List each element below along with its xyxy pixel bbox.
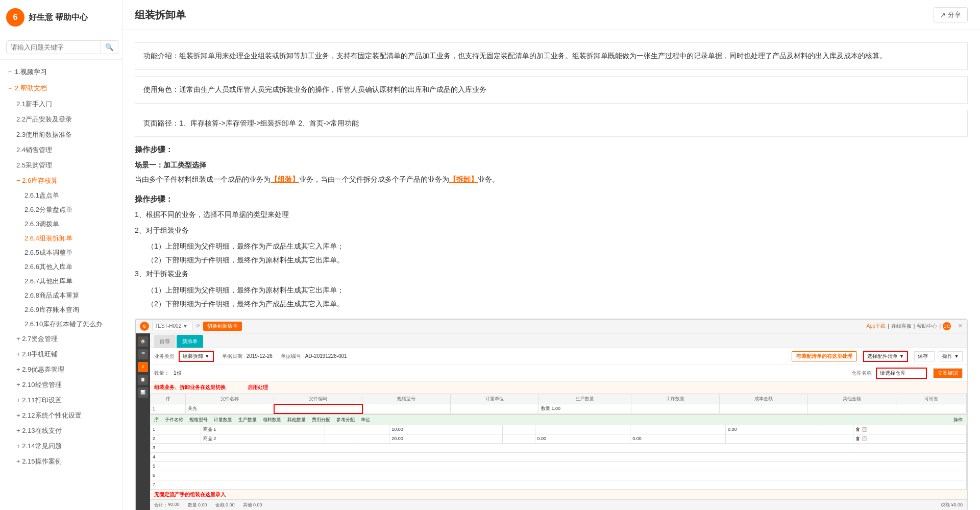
- sidebar-item-2-6[interactable]: − 2.6库存核算: [0, 173, 122, 188]
- online-service-link[interactable]: 在线客服: [891, 323, 912, 330]
- sidebar-icon-menu4[interactable]: 📊: [138, 387, 148, 398]
- sidebar-icon-menu2[interactable]: ≡: [138, 362, 148, 372]
- expand-icon: +: [8, 68, 12, 76]
- search-button[interactable]: 🔍: [101, 40, 118, 54]
- sidebar-item-docs[interactable]: − 2.帮助文档: [0, 80, 122, 96]
- sidebar-item-2-13[interactable]: + 2.13在线支付: [0, 423, 122, 439]
- has-bom-annotation: 有装配清单的在这里处理: [792, 351, 857, 361]
- step-3-1: （1）上部明细为父件明细，最终作为原材料生成其它出库单；: [135, 284, 968, 297]
- sub-table-row[interactable]: 7: [151, 480, 967, 489]
- warehouse-input[interactable]: 请选择仓库: [876, 368, 927, 379]
- zuhuang-link[interactable]: 【组装】: [271, 175, 299, 183]
- nav-list: + 1.视频学习 − 2.帮助文档 2.1新手入门 2.2产品安装及登录 2.3…: [0, 60, 122, 473]
- step-2: 2、对于组装业务: [135, 224, 968, 237]
- sub-table-row[interactable]: 1 商品 1 10.00 0.00: [151, 425, 967, 434]
- sidebar-item-2-6-10[interactable]: 2.6.10库存账本错了怎么办: [0, 317, 122, 331]
- bottom-total-label: 合计：: [154, 502, 168, 508]
- form-row: 业务类型 组装拆卸 ▼ 单据日期 2019-12-26 单据编号 AD-2019…: [150, 348, 967, 365]
- sidebar-item-2-2[interactable]: 2.2产品安装及登录: [0, 112, 122, 127]
- sidebar-icon-menu1[interactable]: ☰: [138, 349, 148, 359]
- col-parent-code: 父件编码: [274, 394, 362, 404]
- sidebar-item-2-6-1[interactable]: 2.6.1盘点单: [0, 188, 122, 203]
- count-value: 1份: [174, 370, 182, 377]
- sidebar-item-2-6-4[interactable]: 2.6.4组装拆卸单: [0, 231, 122, 246]
- tab-new[interactable]: 新添单: [177, 335, 203, 348]
- action-btn2[interactable]: 操作 ▼: [939, 351, 963, 361]
- billno-label: 单据编号: [281, 353, 301, 360]
- app-name: 好生意 帮助中心: [29, 12, 88, 23]
- step-2-2: （2）下部明细为子件明细，最终作为原材料生成其它出库单。: [135, 254, 968, 266]
- warehouse-label: 仓库名称: [851, 370, 872, 377]
- switch-annotation: 组装业务、拆卸业务在这里切换: [154, 384, 226, 390]
- sidebar-item-2-1[interactable]: 2.1新手入门: [0, 96, 122, 112]
- col-parent-name: 父件名称: [186, 394, 274, 404]
- intro-text: 功能介绍：组装拆卸单用来处理企业组装或拆卸等加工业务，支持有固定装配清单的产品加…: [143, 52, 887, 60]
- tab-zijian[interactable]: 自荐: [154, 335, 176, 348]
- sidebar-item-2-6-5[interactable]: 2.6.5成本调整单: [0, 246, 122, 260]
- date-label: 单据日期: [222, 353, 242, 360]
- sub-table-row[interactable]: 6: [151, 471, 967, 480]
- type-select[interactable]: 组装拆卸 ▼: [179, 351, 214, 362]
- help-center-link[interactable]: 帮助中心: [917, 323, 937, 330]
- step-2-1: （1）上部明细为父件明细，最终作为产成品生成其它入库单；: [135, 240, 968, 253]
- sidebar-item-2-14[interactable]: + 2.14常见问题: [0, 439, 122, 454]
- sub-table-row[interactable]: 3: [151, 443, 967, 452]
- close-icon[interactable]: ✕: [958, 323, 963, 329]
- sidebar-item-2-10[interactable]: + 2.10经营管理: [0, 377, 122, 393]
- step-3-2: （2）下部明细为子件明细，最终作为产成品生成其它入库单。: [135, 298, 968, 310]
- main-table: 序 父件名称 父件编码 规格型号 计量单位 生产数量 工序数量 成本金额 其他金: [150, 394, 967, 414]
- sidebar-item-2-8[interactable]: + 2.8手机旺铺: [0, 347, 122, 362]
- search-input[interactable]: [6, 40, 101, 54]
- billno-value: AD-20191226-001: [305, 353, 347, 359]
- confirm-btn[interactable]: 立案確認: [933, 368, 963, 378]
- sidebar-item-2-5[interactable]: 2.5采购管理: [0, 158, 122, 173]
- role-section: 使用角色：通常由生产人员或库管人员完成拆装业务的操作，库管人员确认原材料的出库和…: [135, 76, 968, 104]
- main-area: 组装拆卸单 ↗ 分享 功能介绍：组装拆卸单用来处理企业组装或拆卸等加工业务，支持…: [122, 0, 980, 510]
- sidebar-item-2-6-3[interactable]: 2.6.3调拨单: [0, 217, 122, 231]
- bom-btn[interactable]: 选择配件清单 ▼: [863, 351, 909, 362]
- sidebar-item-2-6-7[interactable]: 2.6.7其他出库单: [0, 274, 122, 288]
- sidebar-item-2-6-6[interactable]: 2.6.6其他入库单: [0, 260, 122, 274]
- sidebar-item-2-12[interactable]: + 2.12系统个性化设置: [0, 408, 122, 423]
- sidebar-item-2-4[interactable]: 2.4销售管理: [0, 142, 122, 158]
- share-icon: ↗: [940, 11, 946, 19]
- sub-table-header: 序 子件名称 规格型号 计量数量 生产数量 领料数量 其他数量 费用分配 参考分…: [150, 414, 967, 425]
- action-btn1[interactable]: 保存: [914, 351, 935, 361]
- col-cost: 成本金额: [719, 394, 807, 404]
- col-other-amount: 其他金额: [807, 394, 896, 404]
- sidebar-item-2-6-8[interactable]: 2.6.8商品成本重算: [0, 288, 122, 303]
- sidebar-item-2-11[interactable]: + 2.11打印设置: [0, 393, 122, 408]
- app-download-link[interactable]: App下载: [866, 323, 886, 330]
- chaijian-link[interactable]: 【拆卸】: [449, 175, 478, 183]
- bottom-total-value: ¥0.00: [168, 502, 180, 508]
- bottom-bar: 合计： ¥0.00 数量 0.00 金额 0.00 其他 0.00 税额 ¥0.…: [150, 499, 967, 510]
- sub-table-row[interactable]: 5: [151, 462, 967, 471]
- collapse-icon: −: [8, 85, 12, 92]
- switch-version-btn[interactable]: 切换到新版本: [203, 322, 242, 331]
- sidebar-item-2-6-9[interactable]: 2.6.9库存账本查询: [0, 303, 122, 317]
- sidebar-item-video[interactable]: + 1.视频学习: [0, 64, 122, 80]
- form-row2: 数量： 1份 仓库名称 请选择仓库 立案確認: [150, 365, 967, 382]
- sidebar-item-2-15[interactable]: + 2.15操作案例: [0, 454, 122, 469]
- col-process-qty: 工序数量: [631, 394, 719, 404]
- sub-table-row[interactable]: 4: [151, 452, 967, 462]
- sidebar-item-label: 1.视频学习: [15, 67, 47, 77]
- sidebar-item-2-6-2[interactable]: 2.6.2分量盘点单: [0, 203, 122, 217]
- sidebar-item-2-9[interactable]: + 2.9优惠券管理: [0, 362, 122, 377]
- count-label: 数量：: [154, 370, 169, 377]
- cc-icon: CC: [943, 322, 951, 330]
- sidebar-icon-home[interactable]: 🏠: [138, 336, 148, 347]
- share-button[interactable]: ↗ 分享: [934, 7, 968, 22]
- table-row[interactable]: 1 关光 数量 1.00: [151, 404, 967, 414]
- sub-table-row[interactable]: 2 商品 2 20.00 0.00 0.00: [151, 434, 967, 443]
- company-select[interactable]: TEST-H002 ▼: [152, 322, 193, 330]
- parent-code-cell[interactable]: [274, 404, 362, 414]
- scenario1-desc: 当由多个子件材料组装成一个成品的业务为【组装】业务，当由一个父件拆分成多个子产品…: [135, 173, 968, 186]
- col-seq: 序: [151, 394, 186, 404]
- sidebar-item-2-3[interactable]: 2.3使用前数据准备: [0, 127, 122, 142]
- sidebar-icon-menu3[interactable]: 📋: [138, 375, 148, 385]
- type-label: 业务类型: [154, 353, 175, 360]
- refresh-icon: ⟳: [196, 323, 200, 329]
- app-tabs: 自荐 新添单: [150, 333, 967, 348]
- sidebar-item-2-7[interactable]: + 2.7资金管理: [0, 331, 122, 347]
